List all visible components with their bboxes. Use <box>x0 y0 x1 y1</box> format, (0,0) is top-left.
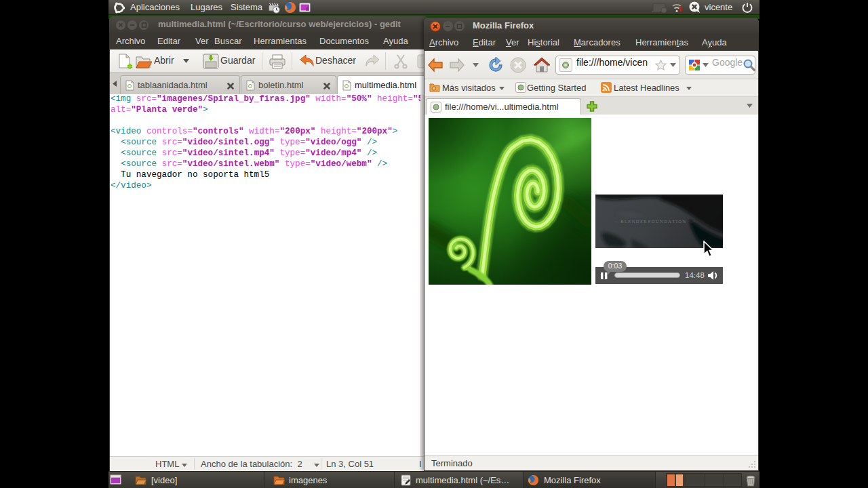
svg-text:— B L E N D E R F O U N D A T: — B L E N D E R F O U N D A T I O N ·—· <box>614 219 695 224</box>
